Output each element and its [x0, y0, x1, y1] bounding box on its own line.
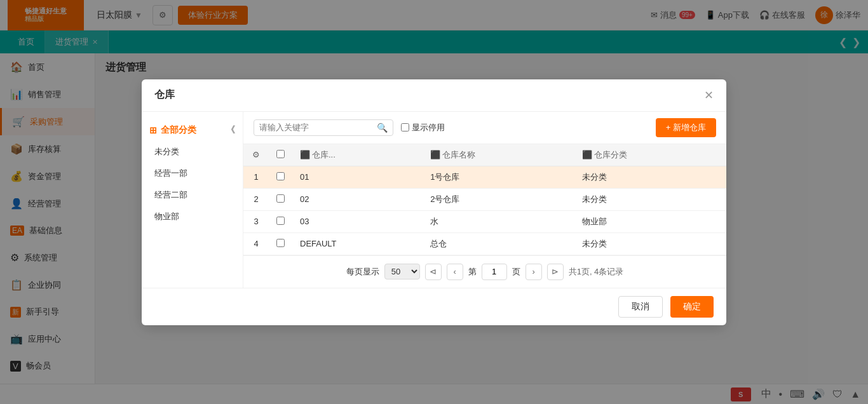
table-row[interactable]: 4 DEFAULT 总仓 未分类	[243, 232, 726, 255]
row-name: 水	[423, 210, 574, 232]
row-num: 1	[243, 166, 269, 188]
row-num: 4	[243, 232, 269, 255]
sidebar-category-ops2[interactable]: 经营二部	[142, 184, 243, 206]
sidebar-category-unclassified[interactable]: 未分类	[142, 141, 243, 163]
page-label: 页	[512, 266, 520, 278]
sidebar-property-label: 物业部	[154, 212, 179, 221]
sort-icon: ⬛	[300, 150, 310, 159]
modal-overlay: 仓库 ✕ ⊞ 全部分类 《 未分类 经营一部 经营二部	[0, 0, 868, 404]
sidebar-ops2-label: 经营二部	[154, 190, 187, 199]
th-settings: ⚙	[243, 144, 269, 166]
row-check[interactable]	[269, 232, 292, 255]
prev-page-button[interactable]: ‹	[447, 264, 463, 280]
th-category-label: 仓库分类	[594, 149, 627, 161]
pagination: 每页显示 50 10 20 100 ⊲ ‹ 第 页 › ⊳ 共1页, 4条记录	[243, 255, 726, 288]
row-num: 3	[243, 210, 269, 232]
th-code: ⬛ 仓库...	[292, 144, 423, 166]
row-code: DEFAULT	[292, 232, 423, 255]
select-all-checkbox[interactable]	[276, 150, 285, 158]
first-page-button[interactable]: ⊲	[425, 264, 442, 280]
th-name: ⬛ 仓库名称	[423, 144, 574, 166]
sidebar-ops1-label: 经营一部	[154, 168, 187, 178]
row-code: 03	[292, 210, 423, 232]
page-number-input[interactable]	[482, 264, 507, 280]
modal-title: 仓库	[154, 88, 175, 102]
row-code: 02	[292, 188, 423, 210]
page-no-label: 第	[468, 266, 477, 278]
row-category: 未分类	[574, 188, 726, 210]
modal-sidebar-title: 全部分类	[161, 125, 196, 136]
table-header-row: ⚙ ⬛ 仓库...	[243, 144, 726, 166]
row-category: 未分类	[574, 166, 726, 188]
sidebar-collapse-icon[interactable]: 《	[226, 125, 235, 136]
confirm-button[interactable]: 确定	[670, 296, 714, 318]
th-name-label: 仓库名称	[442, 149, 475, 161]
row-category: 物业部	[574, 210, 726, 232]
table-body: 1 01 1号仓库 未分类 2 02 2号仓库	[243, 166, 726, 255]
modal-main: 🔍 显示停用 + 新增仓库 ⚙	[243, 112, 726, 288]
row-category: 未分类	[574, 232, 726, 255]
modal-header: 仓库 ✕	[142, 79, 726, 112]
table-row[interactable]: 1 01 1号仓库 未分类	[243, 166, 726, 188]
th-checkbox	[269, 144, 292, 166]
row-num: 2	[243, 188, 269, 210]
settings-col-icon: ⚙	[252, 150, 260, 159]
search-icon: 🔍	[377, 123, 388, 133]
search-input[interactable]	[259, 123, 377, 132]
modal-footer: 取消 确定	[142, 288, 726, 325]
page-size-select[interactable]: 50 10 20 100	[384, 264, 420, 279]
show-disabled-label: 显示停用	[412, 122, 445, 133]
sort-icon2: ⬛	[430, 150, 440, 159]
sort-icon3: ⬛	[582, 150, 592, 159]
modal-body: ⊞ 全部分类 《 未分类 经营一部 经营二部 物业部	[142, 112, 726, 288]
search-box: 🔍	[254, 119, 393, 136]
warehouse-table: ⚙ ⬛ 仓库...	[243, 144, 726, 255]
page-size-label: 每页显示	[346, 266, 379, 278]
add-warehouse-button[interactable]: + 新增仓库	[656, 118, 716, 137]
total-info: 共1页, 4条记录	[569, 266, 624, 278]
warehouse-table-container: ⚙ ⬛ 仓库...	[243, 144, 726, 255]
row-code: 01	[292, 166, 423, 188]
row-name: 2号仓库	[423, 188, 574, 210]
table-row[interactable]: 3 03 水 物业部	[243, 210, 726, 232]
next-page-button[interactable]: ›	[526, 264, 542, 280]
show-disabled-checkbox[interactable]: 显示停用	[401, 122, 445, 133]
cancel-button[interactable]: 取消	[618, 296, 663, 318]
sidebar-category-property[interactable]: 物业部	[142, 206, 243, 227]
modal-toolbar: 🔍 显示停用 + 新增仓库	[243, 112, 726, 144]
row-check[interactable]	[269, 210, 292, 232]
modal-close-button[interactable]: ✕	[704, 88, 714, 102]
warehouse-modal: 仓库 ✕ ⊞ 全部分类 《 未分类 经营一部 经营二部	[142, 79, 726, 325]
sidebar-unclassified-label: 未分类	[154, 147, 179, 156]
table-row[interactable]: 2 02 2号仓库 未分类	[243, 188, 726, 210]
row-name: 1号仓库	[423, 166, 574, 188]
th-category: ⬛ 仓库分类	[574, 144, 726, 166]
modal-sidebar-header: ⊞ 全部分类 《	[142, 119, 243, 141]
grid-icon: ⊞	[149, 125, 157, 135]
row-name: 总仓	[423, 232, 574, 255]
th-code-label: 仓库...	[312, 149, 336, 161]
sidebar-category-ops1[interactable]: 经营一部	[142, 163, 243, 184]
show-disabled-input[interactable]	[401, 123, 409, 131]
last-page-button[interactable]: ⊳	[547, 264, 564, 280]
modal-sidebar: ⊞ 全部分类 《 未分类 经营一部 经营二部 物业部	[142, 112, 243, 288]
row-check[interactable]	[269, 166, 292, 188]
row-check[interactable]	[269, 188, 292, 210]
